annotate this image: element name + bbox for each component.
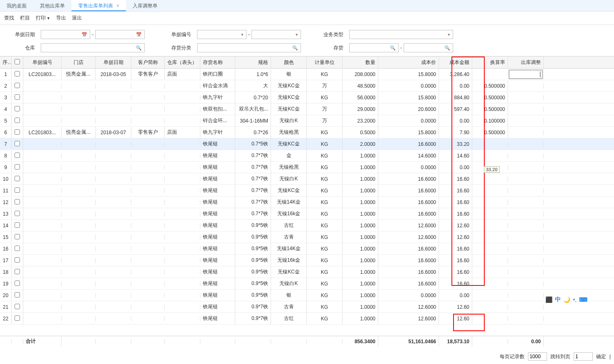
row-checkbox[interactable] [15,234,20,239]
filter-code-to[interactable]: ▾ [252,30,301,39]
search-icon[interactable]: 🔍 [290,45,301,51]
col-header-14[interactable]: 换算率 [472,57,508,68]
table-row[interactable]: 19铁尾链0.9*5铁无镍白KKG1.000016.600016.60 [0,278,614,290]
chevron-down-icon[interactable]: ▾ [445,32,453,37]
toolbar-打印[interactable]: 打印▼ [36,15,50,22]
row-checkbox[interactable] [15,176,20,181]
pager-per-input[interactable] [528,352,547,361]
table-row[interactable]: 18铁尾链0.9*5铁无镍KC金KG1.000016.600016.60 [0,266,614,278]
chevron-down-icon[interactable]: ▾ [239,32,246,37]
table-row[interactable]: 13铁尾链0.7*7铁无镍16k金KG1.000016.600016.60 [0,208,614,220]
chevron-down-icon[interactable]: ▾ [293,32,301,37]
table-row[interactable]: 9铁尾链0.7*7铁无镍枪黑KG1.00000.00000.00 [0,162,614,173]
table-row[interactable]: 12铁尾链0.7*7铁无镍14K金KG1.000016.600016.60 [0,197,614,208]
row-checkbox[interactable] [15,304,20,309]
table-row[interactable]: 16铁尾链0.9*5铁无镍14K金KG1.000016.600016.60 [0,243,614,255]
row-checkbox[interactable] [15,83,20,88]
filter-stock-from[interactable]: 🔍 [349,43,399,52]
table-row[interactable]: 14铁尾链0.9*5铁古红KG1.000012.600012.60 [0,220,614,231]
table-row[interactable]: 10铁尾链0.7*7铁无镍白KKG1.000016.600016.60 [0,173,614,185]
table-row[interactable]: 6LC201803...悦亮金属...2018-03-07零售客户店面铁九字针0… [0,127,614,138]
tab-3[interactable]: 入库调整单 [126,0,164,11]
table-row[interactable]: 21铁尾链0.9*7铁古青KG1.000012.600012.60 [0,301,614,313]
search-icon[interactable]: 🔍 [442,45,453,51]
tab-0[interactable]: 我的桌面 [0,0,33,11]
cell-wh [165,270,200,275]
row-checkbox[interactable] [15,94,20,100]
calendar-icon[interactable]: 📅 [133,32,144,37]
filter-date-to[interactable]: 📅 [95,30,145,39]
table-row[interactable]: 22铁尾链0.9*7铁古红KG1.000012.600012.60 [0,313,614,325]
filter-stock-to[interactable]: 🔍 [404,43,453,52]
table-row[interactable]: 3铁九字针0.7*20无镍KC金KG56.000015.8000884.800.… [0,92,614,103]
table-row[interactable]: 11铁尾链0.7*7铁无镍KC金KG1.000016.600016.60 [0,185,614,197]
row-checkbox[interactable] [15,129,20,135]
table-row[interactable]: 5锌合金环...304-1-16MM无镍白K万23.20000.00000.00… [0,115,614,127]
search-icon[interactable]: 🔍 [133,45,144,51]
col-header-4[interactable]: 单据日期 [96,57,131,68]
row-checkbox[interactable] [15,292,20,298]
tab-1[interactable]: 其他出库单 [33,0,72,11]
filter-biztype[interactable]: ▾ [349,30,453,39]
col-header-3[interactable]: 门店 [62,57,96,68]
toolbar-查找[interactable]: 查找 [4,15,14,22]
col-header-0[interactable]: 序号 [0,57,12,68]
table-row[interactable]: 1LC201803...悦亮金属...2018-03-05零售客户店面铁闭口圈1… [0,69,614,80]
col-header-12[interactable]: 成本价 [378,57,439,68]
close-icon[interactable]: × [116,3,119,9]
table-row[interactable]: 4铁双包扣...双吊大孔包...无镍KC金万29.000020.6000597.… [0,103,614,115]
row-checkbox[interactable] [15,118,20,123]
toolbar-导出[interactable]: 导出 [56,15,66,22]
select-all-checkbox[interactable] [15,59,20,64]
col-header-15[interactable]: 出库调整 [508,57,544,68]
cell-spec: 双吊大孔包... [235,103,271,115]
row-checkbox[interactable] [15,152,20,158]
row-checkbox[interactable] [15,106,20,111]
tab-2[interactable]: 零售出库单列表× [72,0,126,11]
row-checkbox[interactable] [15,164,20,170]
table-row[interactable]: 17铁尾链0.9*5铁无镍16k金KG1.000016.600016.60 [0,255,614,266]
toolbar-退出[interactable]: 退出 [72,15,82,22]
search-icon[interactable]: 🔍 [387,45,398,51]
col-header-2[interactable]: 单据编号 [23,57,62,68]
table-row[interactable]: 8铁尾链0.7*7铁金KG1.000014.600014.60 [0,150,614,162]
cell-code [23,95,62,100]
col-header-10[interactable]: 计量单位 [307,57,343,68]
cell-amt: 16.60 [439,267,472,278]
col-header-13[interactable]: 成本金额 [439,57,472,68]
filter-date-from[interactable]: 📅 [41,30,90,39]
filter-warehouse[interactable]: 🔍 [41,43,145,52]
table-row[interactable]: 7铁尾链0.7*5铁无镍KC金KG2.000016.600033.20 [0,138,614,150]
toolbar-栏目[interactable]: 栏目 [20,15,30,22]
edit-cell[interactable] [508,69,544,80]
row-checkbox[interactable] [15,246,20,251]
col-header-7[interactable]: 存货名称 [200,57,235,68]
cell-qty: 0.5000 [343,127,378,138]
pager-confirm-button[interactable]: 确定 [596,353,606,360]
row-checkbox[interactable] [15,269,20,274]
filter-stockcat[interactable]: 🔍 [197,43,301,52]
pager-goto-input[interactable] [574,352,593,361]
table-row[interactable]: 20铁尾链0.9*5铁银KG1.00000.00000.00 [0,290,614,301]
row-checkbox[interactable] [15,141,20,146]
calendar-icon[interactable]: 📅 [79,32,90,37]
cell-qty: 1.0000 [343,302,378,312]
row-checkbox[interactable] [15,315,20,321]
col-header-5[interactable]: 客户简称 [131,57,165,68]
row-checkbox[interactable] [15,222,20,228]
filter-code-from[interactable]: ▾ [197,30,247,39]
col-header-6[interactable]: 仓库（表头） [165,57,200,68]
table-row[interactable]: 15铁尾链0.9*5铁古青KG1.000012.600012.60 [0,231,614,243]
col-header-1[interactable] [12,57,23,68]
row-checkbox[interactable] [15,257,20,263]
row-checkbox[interactable] [15,211,20,216]
grid-body[interactable]: 1LC201803...悦亮金属...2018-03-05零售客户店面铁闭口圈1… [0,69,614,336]
row-checkbox[interactable] [15,187,20,193]
table-row[interactable]: 2锌合金水滴大无镍KC金万48.50000.00000.000.500000 [0,80,614,92]
col-header-9[interactable]: 颜色 [271,57,307,68]
col-header-8[interactable]: 规格 [235,57,271,68]
row-checkbox[interactable] [15,71,20,76]
col-header-11[interactable]: 数量 [343,57,378,68]
row-checkbox[interactable] [15,199,20,204]
row-checkbox[interactable] [15,280,20,286]
